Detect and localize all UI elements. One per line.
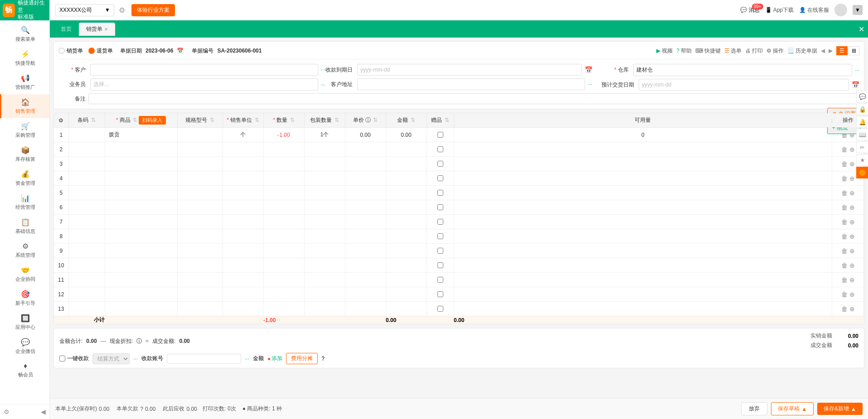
tab-sale-order[interactable]: 销货单 ✕ [79,23,115,36]
spec-cell-3[interactable] [177,171,223,186]
sidebar-item-finance[interactable]: 💰 资金管理 [0,166,49,190]
account-dots[interactable]: ··· [245,356,249,362]
spec-cell-1[interactable] [177,142,223,157]
spec-cell-7[interactable] [177,229,223,244]
tab-close-icon[interactable]: ✕ [104,27,108,32]
spec-cell-2[interactable] [177,157,223,171]
gift-cell-4[interactable] [427,186,454,200]
spec-cell-10[interactable] [177,273,223,287]
radio-return[interactable]: 退货单 [88,47,113,55]
one-click-payment-checkbox[interactable] [59,356,65,361]
qty-cell-4[interactable] [263,186,304,200]
sidebar-item-guide[interactable]: 🎯 新手引导 [0,286,49,310]
barcode-cell-10[interactable] [68,273,105,287]
delete-row-btn-7[interactable]: 🗑 [841,233,848,240]
barcode-cell-2[interactable] [68,157,105,171]
copy-row-btn-3[interactable]: ⊕ [849,175,855,182]
gift-cell-8[interactable] [427,244,454,258]
calc-method-dots[interactable]: ··· [133,356,138,362]
sidebar-item-purchase[interactable]: 🛒 采购管理 [0,118,49,142]
remarks-input[interactable] [88,93,859,104]
spec-cell-5[interactable] [177,200,223,215]
gift-cell-2[interactable] [427,157,454,171]
sidebar-item-member[interactable]: ♦ 畅会员 [0,358,49,382]
gift-cell-11[interactable] [427,287,454,302]
price-cell-12[interactable] [345,302,386,316]
qty-cell-1[interactable] [263,142,304,157]
barcode-cell-1[interactable] [68,142,105,157]
price-info-icon[interactable]: ⓘ [365,117,371,123]
delete-row-btn-5[interactable]: 🗑 [841,204,848,211]
gift-cell-5[interactable] [427,200,454,215]
save-draft-btn[interactable]: 保存草稿 ▲ [771,402,814,415]
warehouse-dots[interactable]: ··· [855,67,859,73]
qty-cell-8[interactable] [263,244,304,258]
copy-row-btn-12[interactable]: ⊕ [849,305,855,313]
qty-cell-0[interactable]: -1.00 [263,128,304,142]
gift-cell-1[interactable] [427,142,454,157]
side-icon-lock[interactable]: 🔒 [856,103,868,115]
add-payment-btn[interactable]: ● 添加 [267,355,282,362]
side-icon-bell[interactable]: 🔔 [856,116,868,128]
delete-row-btn-11[interactable]: 🗑 [841,291,848,298]
scan-btn[interactable]: 扫码录入 [139,116,166,125]
qty-cell-10[interactable] [263,273,304,287]
calendar-icon[interactable]: 📅 [177,48,184,54]
side-icon-edit[interactable]: ✏ [856,141,868,153]
qty-cell-5[interactable] [263,200,304,215]
price-cell-4[interactable] [345,186,386,200]
tab-home[interactable]: 首页 [53,23,79,36]
gift-cell-10[interactable] [427,273,454,287]
gift-cell-7[interactable] [427,229,454,244]
app-download-btn[interactable]: 📱 App下载 [765,6,794,14]
one-click-checkbox[interactable]: 一键收款 [59,355,89,362]
qty-cell-6[interactable] [263,215,304,229]
delete-row-btn-3[interactable]: 🗑 [841,175,848,182]
select-order-btn[interactable]: ☰ 选单 [724,47,742,55]
delete-row-btn-8[interactable]: 🗑 [841,247,848,255]
barcode-cell-0[interactable] [68,128,105,142]
price-cell-6[interactable] [345,215,386,229]
delete-row-btn-9[interactable]: 🗑 [841,262,848,269]
price-cell-5[interactable] [345,200,386,215]
qty-cell-9[interactable] [263,258,304,273]
calc-method-select[interactable]: 结算方式 [92,353,130,364]
delete-row-btn-6[interactable]: 🗑 [841,218,848,226]
price-cell-9[interactable] [345,258,386,273]
barcode-cell-6[interactable] [68,215,105,229]
delete-row-btn-12[interactable]: 🗑 [841,305,848,313]
copy-row-btn-11[interactable]: ⊕ [849,291,855,298]
spec-cell-9[interactable] [177,258,223,273]
spec-cell-4[interactable] [177,186,223,200]
delete-row-btn-4[interactable]: 🗑 [841,189,848,197]
copy-row-btn-5[interactable]: ⊕ [849,204,855,211]
copy-row-btn-6[interactable]: ⊕ [849,218,855,226]
spec-cell-0[interactable] [177,128,223,142]
price-cell-2[interactable] [345,157,386,171]
avatar[interactable] [834,4,847,16]
customer-addr-dots[interactable]: ··· [588,81,592,87]
due-date-input[interactable]: yyyy-mm-dd [357,64,582,76]
radio-sale[interactable]: 销货单 [58,47,83,55]
side-icon-book[interactable]: 📖 [856,129,868,140]
customer-addr-input[interactable] [357,78,585,90]
barcode-cell-3[interactable] [68,171,105,186]
qty-cell-7[interactable] [263,229,304,244]
price-cell-8[interactable] [345,244,386,258]
salesperson-dots[interactable]: ··· [321,82,325,88]
list-view-btn[interactable]: ☰ [836,46,848,55]
col-gear[interactable]: ⚙ [54,113,68,128]
account-input[interactable] [167,354,241,364]
question-icon[interactable]: ? [140,406,143,412]
next-arrow[interactable]: ▶ [829,48,833,54]
barcode-cell-8[interactable] [68,244,105,258]
spec-cell-12[interactable] [177,302,223,316]
abandon-btn[interactable]: 放弃 [741,402,767,415]
shortcut-btn[interactable]: ⌨ 快捷键 [695,47,721,55]
settings-icon[interactable]: ⚙ [119,6,125,14]
video-btn[interactable]: ▶ 视频 [656,47,673,55]
user-menu[interactable]: ▼ [853,5,863,15]
customer-input[interactable] [90,64,318,76]
copy-row-btn-4[interactable]: ⊕ [849,189,855,197]
due-date-calendar-icon[interactable]: 📅 [585,66,592,73]
